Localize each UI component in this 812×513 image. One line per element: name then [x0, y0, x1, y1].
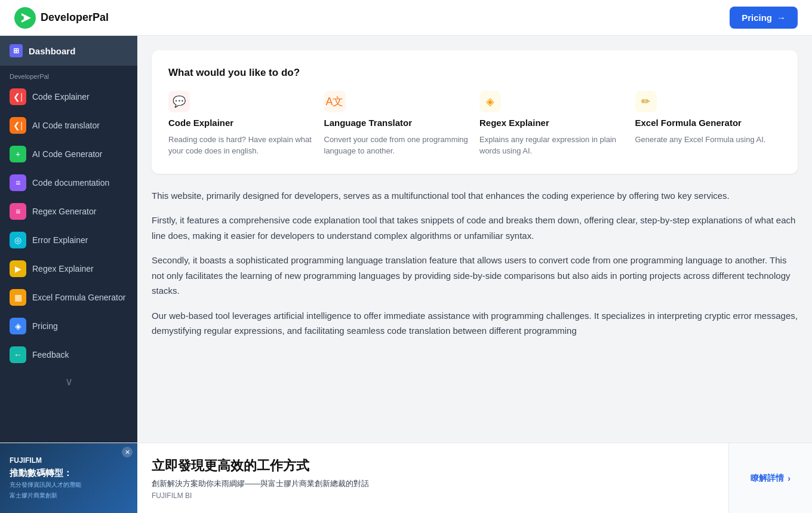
pricing-button[interactable]: Pricing →	[730, 7, 798, 29]
feature-item-name-regex-explainer: Regex Explainer	[479, 117, 626, 129]
feature-card-title: What would you like to do?	[168, 67, 781, 79]
svg-point-2	[19, 16, 24, 20]
sidebar-section-label: DeveloperPal	[0, 66, 137, 82]
sidebar-item-ai-code-translator[interactable]: ❮| AI Code translator	[0, 111, 137, 140]
logo: DeveloperPal	[14, 7, 109, 29]
ad-subline1: 充分發揮資訊與人才的潛能	[10, 481, 128, 489]
dashboard-label: Dashboard	[29, 46, 75, 56]
sidebar-item-icon-ai-code-generator: +	[10, 146, 26, 162]
top-nav: DeveloperPal Pricing →	[0, 0, 812, 36]
paragraph-1: This website, primarily designed for dev…	[152, 188, 798, 204]
ad-headline: 推動數碼轉型：	[10, 467, 128, 479]
ad-image-area: FUJIFILM 推動數碼轉型： 充分發揮資訊與人才的潛能 富士膠片商業創新 ✕	[0, 443, 137, 513]
description-paragraphs: This website, primarily designed for dev…	[152, 188, 798, 339]
ad-content: 立即發現更高效的工作方式 創新解決方案助你未雨綢繆——與富士膠片商業創新總裁的對…	[137, 443, 728, 513]
feature-item-icon-excel-formula-generator: ✏	[635, 91, 657, 112]
sidebar-item-icon-regex-generator: ≡	[10, 203, 26, 220]
feature-item-code-explainer[interactable]: 💬 Code Explainer Reading code is hard? H…	[168, 91, 315, 157]
sidebar-item-label-regex-explainer: Regex Explainer	[32, 264, 94, 274]
features-grid: 💬 Code Explainer Reading code is hard? H…	[168, 91, 781, 157]
logo-text: DeveloperPal	[41, 11, 109, 24]
feature-item-desc-language-translator: Convert your code from one programming l…	[324, 134, 470, 157]
sidebar-item-label-code-explainer: Code Explainer	[32, 92, 90, 102]
sidebar-item-label-error-explainer: Error Explainer	[32, 235, 88, 245]
layout: ⊞ Dashboard DeveloperPal ❮| Code Explain…	[0, 36, 812, 513]
ad-cta-arrow: ›	[788, 474, 791, 483]
ad-banner: FUJIFILM 推動數碼轉型： 充分發揮資訊與人才的潛能 富士膠片商業創新 ✕…	[0, 443, 812, 513]
feature-item-excel-formula-generator[interactable]: ✏ Excel Formula Generator Generate any E…	[635, 91, 782, 157]
sidebar-item-regex-generator[interactable]: ≡ Regex Generator	[0, 197, 137, 226]
sidebar-item-icon-regex-explainer: ▶	[10, 260, 26, 277]
ad-cta: 瞭解詳情 ›	[728, 443, 812, 513]
sidebar-item-code-documentation[interactable]: ≡ Code documentation	[0, 168, 137, 197]
feature-item-name-excel-formula-generator: Excel Formula Generator	[635, 117, 782, 129]
paragraph-2: Firstly, it features a comprehensive cod…	[152, 213, 798, 243]
sidebar-item-ai-code-generator[interactable]: + AI Code Generator	[0, 140, 137, 168]
feature-item-regex-explainer[interactable]: ◈ Regex Explainer Explains any regular e…	[479, 91, 626, 157]
logo-icon	[14, 7, 36, 29]
sidebar-item-icon-code-explainer: ❮|	[10, 88, 26, 105]
ad-content-desc: 創新解決方案助你未雨綢繆——與富士膠片商業創新總裁的對話	[152, 478, 714, 489]
sidebar-item-label-code-documentation: Code documentation	[32, 178, 109, 188]
ad-cta-button[interactable]: 瞭解詳情 ›	[743, 468, 798, 489]
sidebar-item-excel-formula-generator[interactable]: ▦ Excel Formula Generator	[0, 283, 137, 312]
sidebar-item-icon-error-explainer: ◎	[10, 232, 26, 248]
sidebar-item-label-feedback: Feedback	[32, 350, 69, 360]
sidebar-collapse-button[interactable]: ∨	[0, 369, 137, 394]
feature-item-icon-code-explainer: 💬	[168, 91, 190, 112]
feature-item-desc-code-explainer: Reading code is hard? Have explain what …	[168, 134, 315, 157]
ad-close-button[interactable]: ✕	[122, 447, 133, 457]
sidebar-item-label-pricing: Pricing	[32, 321, 58, 331]
sidebar-items-container: ❮| Code Explainer ❮| AI Code translator …	[0, 82, 137, 369]
paragraph-4: Our web-based tool leverages artificial …	[152, 308, 798, 339]
sidebar-item-code-explainer[interactable]: ❮| Code Explainer	[0, 82, 137, 111]
ad-content-brand: FUJIFILM BI	[152, 492, 714, 500]
sidebar-item-regex-explainer[interactable]: ▶ Regex Explainer	[0, 254, 137, 283]
feature-item-name-language-translator: Language Translator	[324, 117, 470, 129]
sidebar-item-icon-ai-code-translator: ❮|	[10, 117, 26, 134]
sidebar-item-label-ai-code-generator: AI Code Generator	[32, 149, 103, 159]
sidebar-item-label-ai-code-translator: AI Code translator	[32, 121, 100, 130]
feature-card: What would you like to do? 💬 Code Explai…	[152, 50, 798, 174]
feature-item-icon-language-translator: A文	[324, 91, 346, 112]
dashboard-icon: ⊞	[10, 44, 23, 57]
sidebar-item-label-regex-generator: Regex Generator	[32, 207, 96, 216]
sidebar-item-error-explainer[interactable]: ◎ Error Explainer	[0, 226, 137, 254]
ad-cta-label: 瞭解詳情	[751, 473, 784, 484]
sidebar-item-icon-feedback: ←	[10, 346, 26, 363]
ad-subline2: 富士膠片商業創新	[10, 492, 128, 500]
sidebar-item-icon-pricing: ◈	[10, 318, 26, 334]
feature-item-desc-regex-explainer: Explains any regular expression in plain…	[479, 134, 626, 157]
sidebar-dashboard[interactable]: ⊞ Dashboard	[0, 36, 137, 66]
feature-item-icon-regex-explainer: ◈	[479, 91, 501, 112]
feature-item-desc-excel-formula-generator: Generate any Excel Formula using AI.	[635, 134, 782, 146]
ad-brand: FUJIFILM	[10, 456, 128, 465]
ad-content-headline: 立即發現更高效的工作方式	[152, 457, 714, 475]
feature-item-name-code-explainer: Code Explainer	[168, 117, 315, 129]
sidebar: ⊞ Dashboard DeveloperPal ❮| Code Explain…	[0, 36, 137, 513]
main-content: What would you like to do? 💬 Code Explai…	[137, 36, 812, 513]
sidebar-item-label-excel-formula-generator: Excel Formula Generator	[32, 293, 125, 302]
paragraph-3: Secondly, it boasts a sophisticated prog…	[152, 253, 798, 299]
feature-item-language-translator[interactable]: A文 Language Translator Convert your code…	[324, 91, 470, 157]
sidebar-item-icon-excel-formula-generator: ▦	[10, 289, 26, 306]
sidebar-item-icon-code-documentation: ≡	[10, 174, 26, 191]
sidebar-item-pricing[interactable]: ◈ Pricing	[0, 312, 137, 340]
sidebar-item-feedback[interactable]: ← Feedback	[0, 340, 137, 369]
